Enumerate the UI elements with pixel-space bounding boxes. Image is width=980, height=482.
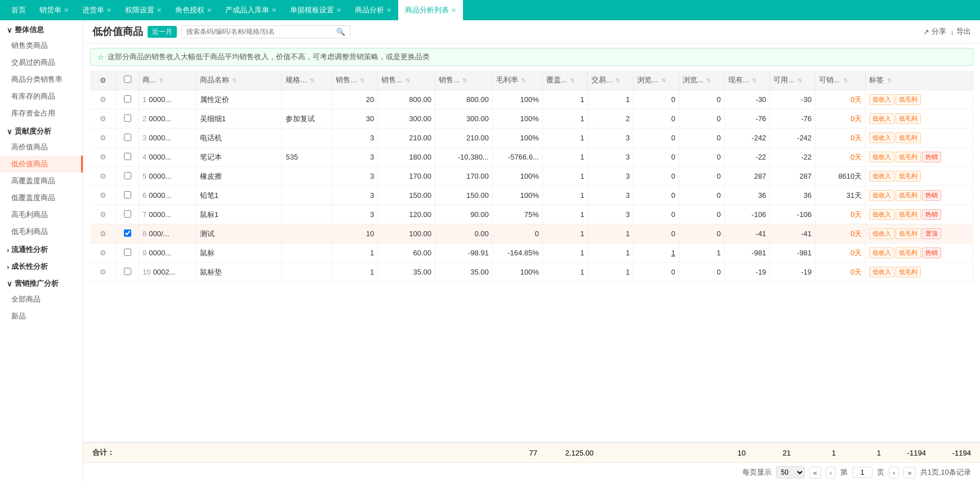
first-page-button[interactable]: «	[809, 467, 821, 479]
sidebar-item-high-margin[interactable]: 高毛利商品	[0, 206, 83, 223]
close-icon[interactable]: ✕	[207, 7, 212, 14]
col-name[interactable]: 商品名称 ⇅	[196, 70, 282, 90]
next-page-button[interactable]: ›	[889, 467, 899, 479]
search-input[interactable]	[186, 28, 336, 36]
close-icon[interactable]: ✕	[157, 7, 162, 14]
search-box[interactable]: 🔍	[181, 25, 350, 38]
checkbox-cell[interactable]	[116, 90, 139, 109]
col-sale-profit[interactable]: 销售... ⇅	[435, 70, 492, 90]
per-page-select[interactable]: 50 100 200	[776, 466, 805, 479]
share-button[interactable]: ↗ 分享	[923, 26, 946, 37]
sidebar-item-high-value[interactable]: 高价值商品	[0, 139, 83, 156]
col-coverage[interactable]: 覆盖... ⇅	[542, 70, 588, 90]
col-sale-amount[interactable]: 销售... ⇅	[378, 70, 435, 90]
nav-sales[interactable]: 销货单✕	[33, 0, 75, 20]
nav-templates[interactable]: 单据模板设置✕	[283, 0, 348, 20]
nav-analysis[interactable]: 商品分析✕	[348, 0, 398, 20]
col-available-stock[interactable]: 可用... ⇅	[770, 70, 816, 90]
gear-cell[interactable]: ⚙	[90, 167, 116, 186]
checkbox-cell[interactable]	[116, 186, 139, 205]
row-sale-profit: -10,380...	[435, 148, 492, 167]
checkbox-cell[interactable]	[116, 205, 139, 224]
sidebar-item-low-margin[interactable]: 低毛利商品	[0, 223, 83, 240]
checkbox-cell[interactable]	[116, 167, 139, 186]
checkbox-cell[interactable]	[116, 148, 139, 167]
sidebar-item-traded-products[interactable]: 交易过的商品	[0, 54, 83, 71]
nav-permissions[interactable]: 权限设置✕	[118, 0, 168, 20]
row-checkbox[interactable]	[124, 134, 131, 141]
time-badge[interactable]: 近一月	[148, 26, 177, 38]
checkbox-cell[interactable]	[116, 263, 139, 282]
col-sale-qty[interactable]: 销售... ⇅	[332, 70, 378, 90]
close-icon[interactable]: ✕	[336, 7, 341, 14]
sidebar-item-all-products[interactable]: 全部商品	[0, 291, 83, 308]
sidebar-item-stock-capital[interactable]: 库存资金占用	[0, 105, 83, 122]
gear-cell[interactable]: ⚙	[90, 109, 116, 129]
col-current-stock[interactable]: 现有... ⇅	[724, 70, 770, 90]
row-checkbox[interactable]	[124, 229, 131, 237]
checkbox-cell[interactable]	[116, 129, 139, 148]
col-gross-margin[interactable]: 毛利率 ⇅	[492, 70, 542, 90]
nav-purchase[interactable]: 进货单✕	[75, 0, 118, 20]
checkbox-cell[interactable]	[116, 244, 139, 263]
col-views2[interactable]: 浏览... ⇅	[679, 70, 724, 90]
row-spec: 535	[282, 148, 332, 167]
sidebar-group-circulation[interactable]: › 流通性分析	[0, 240, 83, 257]
gear-cell[interactable]: ⚙	[90, 263, 116, 282]
sidebar-item-category-sales-rate[interactable]: 商品分类销售率	[0, 71, 83, 88]
row-checkbox[interactable]	[124, 95, 131, 103]
col-spec[interactable]: 规格... ⇅	[282, 70, 332, 90]
col-gear[interactable]: ⚙	[90, 70, 116, 90]
sidebar-item-low-coverage[interactable]: 低覆盖度商品	[0, 189, 83, 206]
export-button[interactable]: ↓ 导出	[951, 26, 972, 37]
close-icon[interactable]: ✕	[106, 7, 112, 14]
row-sale-amount: 120.00	[378, 205, 435, 224]
col-sellable-days[interactable]: 可销... ⇅	[816, 70, 866, 90]
nav-product-entry[interactable]: 产成品入库单✕	[219, 0, 283, 20]
close-icon[interactable]: ✕	[64, 7, 69, 14]
close-icon[interactable]: ✕	[386, 7, 391, 14]
row-checkbox[interactable]	[124, 172, 131, 179]
gear-cell[interactable]: ⚙	[90, 90, 116, 109]
row-name: 吴细细1	[196, 109, 282, 129]
row-checkbox[interactable]	[124, 191, 131, 198]
row-checkbox[interactable]	[124, 114, 131, 122]
gear-cell[interactable]: ⚙	[90, 205, 116, 224]
gear-cell[interactable]: ⚙	[90, 224, 116, 244]
row-checkbox[interactable]	[124, 268, 131, 275]
checkbox-cell[interactable]	[116, 109, 139, 129]
select-all-checkbox[interactable]	[124, 76, 131, 83]
nav-roles[interactable]: 角色授权✕	[168, 0, 219, 20]
row-checkbox[interactable]	[124, 153, 131, 160]
row-checkbox[interactable]	[124, 210, 131, 218]
gear-cell[interactable]: ⚙	[90, 186, 116, 205]
sidebar-group-contribution[interactable]: ∨ 贡献度分析	[0, 122, 83, 139]
page-number-input[interactable]	[852, 467, 872, 478]
sidebar-item-new-products[interactable]: 新品	[0, 308, 83, 325]
col-code[interactable]: 商... ⇅	[139, 70, 197, 90]
gear-cell[interactable]: ⚙	[90, 244, 116, 263]
row-checkbox[interactable]	[124, 249, 131, 256]
row-views1[interactable]: 1	[634, 244, 679, 263]
sidebar-group-marketing[interactable]: ∨ 营销推广分析	[0, 274, 83, 291]
col-tags[interactable]: 标签 ⇅	[866, 70, 973, 90]
nav-home[interactable]: 首页	[5, 0, 33, 20]
close-icon[interactable]: ✕	[271, 7, 277, 14]
sidebar-item-stocked-products[interactable]: 有库存的商品	[0, 88, 83, 105]
row-spec	[282, 263, 332, 282]
close-icon[interactable]: ✕	[451, 7, 456, 14]
prev-page-button[interactable]: ‹	[826, 467, 836, 479]
sidebar-group-overall[interactable]: ∨ 整体信息	[0, 20, 83, 37]
col-checkbox[interactable]	[116, 70, 139, 90]
sidebar-group-growth[interactable]: › 成长性分析	[0, 257, 83, 274]
nav-analysis-list[interactable]: 商品分析列表✕	[398, 0, 463, 20]
col-views1[interactable]: 浏览... ⇅	[634, 70, 679, 90]
sidebar-item-high-coverage[interactable]: 高覆盖度商品	[0, 173, 83, 189]
col-transaction[interactable]: 交易... ⇅	[588, 70, 634, 90]
sidebar-item-low-value[interactable]: 低价值商品	[0, 156, 83, 173]
last-page-button[interactable]: »	[903, 467, 915, 479]
gear-cell[interactable]: ⚙	[90, 148, 116, 167]
gear-cell[interactable]: ⚙	[90, 129, 116, 148]
sidebar-item-sales-products[interactable]: 销售类商品	[0, 37, 83, 54]
checkbox-cell[interactable]	[116, 224, 139, 244]
